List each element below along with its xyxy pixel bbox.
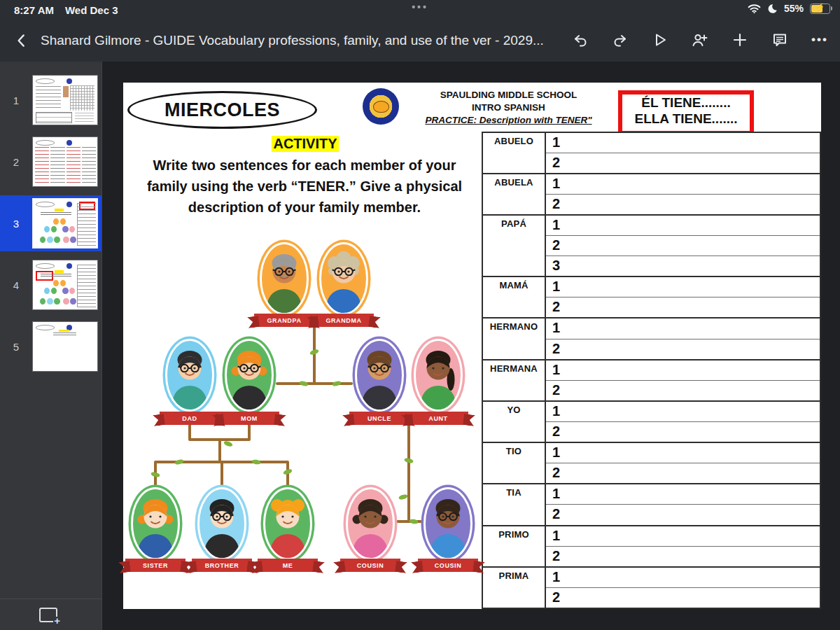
slide-thumbnail-2[interactable] [32,136,98,187]
thumb-decoration [66,263,72,269]
sentence-line[interactable]: 1 [546,133,820,153]
table-row-label[interactable]: HERMANO [483,318,546,358]
family-member-brother[interactable] [195,484,249,563]
sentence-line[interactable]: 1 [546,526,820,546]
family-member-me[interactable] [260,484,315,563]
family-member-cousin1[interactable] [343,484,398,563]
sentence-line[interactable]: 2 [546,153,820,173]
thumb-decoration [59,279,66,287]
slide-row-1: 1 [0,69,102,131]
family-banner-mom[interactable]: MOM [219,412,279,425]
slide-number-label: 2 [0,156,32,168]
sentence-line[interactable]: 1 [546,174,820,194]
thumb-decoration [66,202,72,207]
slide-number-label: 5 [0,341,32,353]
table-row-label[interactable]: MAMÁ [483,277,546,317]
slide-thumbnail-3[interactable] [32,198,98,248]
family-banner-cousin2[interactable]: COUSIN [418,559,478,572]
thumb-decoration [52,218,59,225]
instructions-line-2: family using the verb “TENER.” Give a ph… [129,176,480,197]
thumb-decoration [62,236,69,244]
sentence-line[interactable]: 2 [546,297,820,317]
sentence-line[interactable]: 1 [546,443,820,463]
family-banner-grandpa[interactable]: GRANDPA [254,314,314,327]
family-banner-aunt[interactable]: AUNT [408,412,468,425]
slide-row-4: 4 [0,254,102,316]
sentence-line[interactable]: 1 [546,360,820,380]
table-row-label[interactable]: PAPÁ [483,216,546,276]
school-logo[interactable] [363,88,399,125]
table-group-primo: PRIMO12 [483,525,820,566]
school-header-textbox[interactable]: SPAULDING MIDDLE SCHOOL INTRO SPANISH PR… [409,89,608,127]
family-member-uncle[interactable] [352,336,407,414]
family-banner-me[interactable]: ME [258,559,318,572]
add-slide-button[interactable]: + [39,606,60,623]
activity-heading[interactable]: ACTIVITY [272,136,339,152]
instructions-line-3: description of your family member. [129,197,480,218]
table-row-label[interactable]: YO [483,402,546,442]
sentence-line[interactable]: 1 [546,484,820,504]
sentence-line[interactable]: 2 [546,587,820,608]
thumb-decoration [50,147,64,184]
table-row-label[interactable]: PRIMA [483,568,546,608]
sentence-line[interactable]: 2 [546,339,820,359]
sentence-line[interactable]: 2 [546,546,820,566]
share-button[interactable] [691,31,709,49]
undo-icon [572,31,589,48]
table-row-label[interactable]: HERMANA [483,360,546,400]
back-button[interactable] [13,31,32,51]
comments-button[interactable] [771,31,789,49]
family-banner-dad[interactable]: DAD [160,412,220,425]
tener-table[interactable]: ABUELO12ABUELA12PAPÁ123MAMÁ12HERMANO12HE… [482,132,821,609]
family-banner-uncle[interactable]: UNCLE [349,412,410,425]
table-row-label[interactable]: TIA [483,484,546,524]
family-banner-label: UNCLE [368,415,391,422]
sentence-line[interactable]: 1 [546,568,820,587]
more-button[interactable]: ••• [811,31,829,49]
sentence-line[interactable]: 1 [546,402,820,421]
family-banner-brother[interactable]: BROTHER [192,559,252,572]
sentence-line[interactable]: 1 [546,216,820,235]
sentence-line[interactable]: 3 [546,255,820,276]
sentence-line[interactable]: 2 [546,380,820,400]
slide-number-label: 1 [0,94,32,106]
sentence-line[interactable]: 1 [546,277,820,297]
family-banner-sister[interactable]: SISTER [125,559,186,572]
person-add-icon [691,31,709,48]
sentence-line[interactable]: 2 [546,504,820,524]
thumb-decoration [36,202,55,207]
thumb-decoration [59,330,69,332]
family-member-aunt[interactable] [411,336,465,414]
thumb-decoration [69,225,76,233]
slide[interactable]: MIERCOLES SPAULDING MIDDLE SCHOOL INTRO … [123,83,821,609]
sentence-line[interactable]: 2 [546,194,820,214]
present-button[interactable] [651,31,669,49]
sentence-line[interactable]: 1 [546,318,820,338]
family-banner-cousin1[interactable]: COUSIN [340,559,400,572]
battery-icon: ⚡ [810,4,830,14]
family-banner-grandma[interactable]: GRANDMA [314,314,374,327]
avatar-aunt [411,336,465,414]
table-row-label[interactable]: PRIMO [483,526,546,566]
sentence-line[interactable]: 2 [546,235,820,255]
day-textbox[interactable]: MIERCOLES [127,91,317,129]
table-row-label[interactable]: ABUELA [483,174,546,214]
table-row-label[interactable]: ABUELO [483,133,546,173]
add-button[interactable] [731,31,749,49]
family-member-grandpa[interactable] [257,239,312,318]
family-member-mom[interactable] [222,336,276,414]
tener-example-box[interactable]: ÉL TIENE........ ELLA TIENE....... [618,90,754,135]
sentence-line[interactable]: 2 [546,421,820,442]
family-member-cousin2[interactable] [421,484,475,563]
instructions-textbox[interactable]: Write two sentences for each member of y… [129,155,480,218]
slide-thumbnail-1[interactable] [32,75,98,125]
slide-thumbnail-5[interactable] [32,321,98,372]
undo-button[interactable] [571,31,589,49]
slide-thumbnail-4[interactable] [32,260,98,310]
redo-button[interactable] [611,31,629,49]
family-member-grandma[interactable] [316,239,371,318]
family-member-sister[interactable] [128,484,183,563]
table-row-label[interactable]: TIO [483,443,546,483]
family-member-dad[interactable] [162,336,217,414]
sentence-line[interactable]: 2 [546,463,820,483]
